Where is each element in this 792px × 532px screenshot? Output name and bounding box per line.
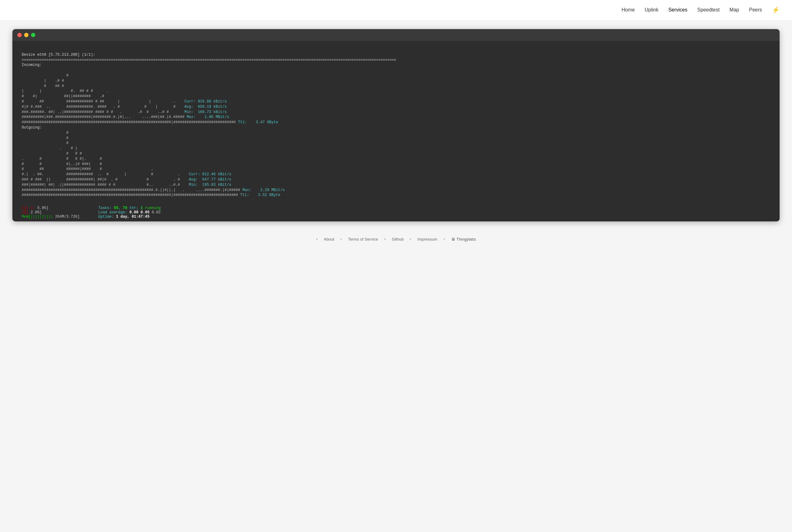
mem-bar: Mem[: [22, 214, 31, 219]
incoming-label: Incoming:: [22, 63, 42, 67]
footer-dot-3: •: [384, 237, 386, 242]
maximize-button[interactable]: [31, 33, 35, 37]
cpu1-pct: 5.9%]: [35, 206, 48, 210]
mem-fill: ||||||||||: [31, 214, 53, 219]
footer-dot-1: •: [316, 237, 318, 242]
mem-pct: 264M/3.72G]: [53, 214, 80, 219]
ttl-out: Ttl: 3.52 GByte: [240, 193, 281, 197]
cpu1-fill: | ||: [26, 206, 35, 210]
footer-dot-4: •: [410, 237, 411, 242]
tasks-label: Tasks:: [98, 206, 114, 210]
cpu2-row: 2[| 2.0%]: [22, 210, 80, 214]
navbar: Home Uplink Services Speedtest Map Peers…: [0, 0, 792, 20]
main-content: Device eth0 [5.75.213.206] (1/1): ======…: [0, 20, 792, 231]
nav-map[interactable]: Map: [730, 7, 739, 13]
tasks-running: running: [143, 206, 161, 210]
load-sp1: [138, 210, 140, 214]
load-val3: 0.02: [152, 210, 161, 214]
cpu2-pct: 2.0%]: [28, 210, 42, 214]
footer-brand: 🖥 Thingylabs: [451, 237, 476, 242]
footer-impressum[interactable]: Impressum: [417, 237, 437, 242]
load-val2: 0.05: [140, 210, 150, 214]
load-label: Load average:: [98, 210, 130, 214]
minimize-button[interactable]: [24, 33, 28, 37]
tasks-row: Tasks: 55, 70 thr; 1 running: [98, 206, 161, 210]
cpu1-row: 1[| || 5.9%]: [22, 206, 80, 210]
terminal-window: Device eth0 [5.75.213.206] (1/1): ======…: [13, 29, 779, 222]
terminal-body: Device eth0 [5.75.213.206] (1/1): ======…: [13, 41, 779, 204]
avg-in: Avg: 650.18 kBit/s: [185, 104, 227, 109]
uptime-val: 1 day, 01:47:45: [116, 214, 150, 219]
htop-right: Tasks: 55, 70 thr; 1 running Load averag…: [98, 206, 161, 219]
brand-name: Thingylabs: [457, 237, 476, 242]
mem-row: Mem[|||||||||| 264M/3.72G]: [22, 214, 80, 219]
cpu1-bar: 1[: [22, 206, 26, 210]
nav-uplink[interactable]: Uplink: [644, 7, 658, 13]
footer-github[interactable]: Github: [392, 237, 403, 242]
load-row: Load average: 0.00 0.05 0.02: [98, 210, 161, 214]
tasks-val2: 70: [122, 206, 127, 210]
nav-speedtest[interactable]: Speedtest: [697, 7, 719, 13]
brand-icon: 🖥: [451, 237, 455, 242]
cpu2-bar: 2[: [22, 210, 26, 214]
terminal-titlebar: [13, 29, 779, 41]
device-header: Device eth0 [5.75.213.206] (1/1):: [22, 53, 95, 57]
nav-home[interactable]: Home: [622, 7, 635, 13]
curr-in: Curr: 816.88 kBit/s: [185, 99, 227, 104]
uptime-label: Uptime:: [98, 214, 116, 219]
max-out: Max: 2.29 MBit/s: [243, 188, 285, 192]
avg-out: Avg: 647.77 kBit/s: [189, 177, 231, 182]
nav-services[interactable]: Services: [669, 7, 687, 13]
tasks-thr: thr;: [127, 206, 140, 210]
close-button[interactable]: [17, 33, 22, 37]
separator: ========================================…: [22, 58, 396, 62]
tasks-val1: 55: [114, 206, 118, 210]
footer-about[interactable]: About: [324, 237, 334, 242]
htop-section: 1[| || 5.9%] 2[| 2.0%] Mem[|||||||||| 26…: [13, 204, 779, 222]
max-in: Max: 1.86 MBit/s: [187, 115, 229, 119]
curr-out: Curr: 812.46 kBit/s: [189, 172, 231, 176]
tasks-comma: ,: [118, 206, 122, 210]
uptime-row: Uptime: 1 day, 01:47:45: [98, 214, 161, 219]
nav-peers[interactable]: Peers: [749, 7, 762, 13]
ttl-in: Ttl: 3.47 GByte: [238, 120, 278, 125]
min-in: Min: 160.73 kBit/s: [185, 110, 227, 114]
cpu2-fill: |: [26, 210, 28, 214]
min-out: Min: 195.03 kBit/s: [189, 183, 231, 187]
load-val1: 0.00: [130, 210, 138, 214]
footer-dot-5: •: [444, 237, 445, 242]
lightning-icon[interactable]: ⚡: [772, 6, 779, 14]
footer: • About • Terms of Service • Github • Im…: [0, 231, 792, 248]
htop-left: 1[| || 5.9%] 2[| 2.0%] Mem[|||||||||| 26…: [22, 206, 80, 219]
footer-terms[interactable]: Terms of Service: [348, 237, 378, 242]
footer-dot-2: •: [341, 237, 342, 242]
outgoing-label: Outgoing:: [22, 126, 42, 130]
